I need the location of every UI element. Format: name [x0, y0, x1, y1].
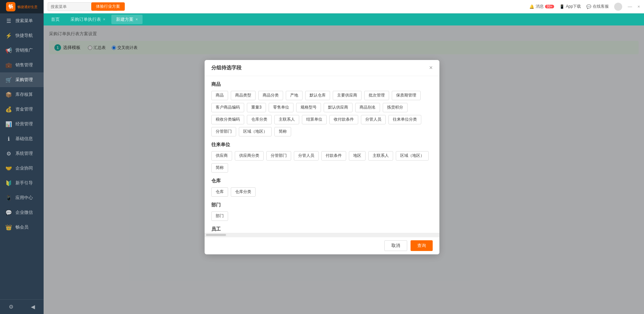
field-tag-区域（地区）[interactable]: 区域（地区）: [396, 151, 429, 161]
sidebar-item-资金管理[interactable]: 💰资金管理: [0, 102, 44, 117]
sidebar-item-搜索菜单[interactable]: ☰搜索菜单: [0, 13, 44, 28]
cancel-button[interactable]: 取消: [384, 240, 407, 251]
field-tag-规格型号[interactable]: 规格型号: [296, 103, 321, 112]
section-往来单位: 往来单位供应商供应商分类分管部门分管人员付款条件地区主联系人区域（地区）简称: [211, 142, 433, 173]
sidebar-item-采购管理[interactable]: 🛒采购管理: [0, 72, 44, 87]
sidebar-item-label: 销售管理: [15, 62, 33, 68]
app-download-label: App下载: [566, 4, 581, 9]
sidebar-item-企业协同[interactable]: 🤝企业协同: [0, 161, 44, 176]
sidebar-item-label: 企业微信: [15, 209, 33, 215]
field-tag-地区[interactable]: 地区: [349, 151, 366, 161]
notification-badge: 99+: [545, 5, 554, 8]
sidebar-icon: 💰: [5, 106, 12, 113]
modal-close-button[interactable]: ×: [429, 64, 433, 71]
collapse-icon[interactable]: ◀: [31, 304, 35, 310]
sidebar-item-新手引导[interactable]: 🔰新手引导: [0, 176, 44, 190]
sidebar-item-库存核算[interactable]: 📦库存核算: [0, 87, 44, 102]
field-tag-分管部门[interactable]: 分管部门: [266, 151, 291, 161]
field-tags: 商品商品类型商品分类产地默认仓库主要供应商批次管理保质期管理客户商品编码重量3零…: [211, 91, 433, 136]
sidebar-item-label: 新手引导: [15, 180, 33, 186]
sidebar-icon: 🤝: [5, 165, 12, 172]
online-service-item[interactable]: 💬 在线客服: [586, 4, 609, 9]
field-tag-简称[interactable]: 简称: [211, 163, 228, 173]
field-tag-仓库[interactable]: 仓库: [211, 187, 228, 197]
field-tag-客户商品编码[interactable]: 客户商品编码: [211, 103, 244, 112]
app-download-item[interactable]: 📱 App下载: [559, 4, 581, 9]
search-input[interactable]: [48, 2, 95, 11]
sidebar-items-container: ☰搜索菜单⚡快捷导航📢营销推广💼销售管理🛒采购管理📦库存核算💰资金管理📊经营管理…: [0, 13, 44, 235]
notification-item[interactable]: 🔔 消息 99+: [529, 4, 554, 9]
sidebar-item-营销推广[interactable]: 📢营销推广: [0, 43, 44, 58]
field-tags: 仓库仓库分类: [211, 187, 433, 197]
sidebar-item-label: 库存核算: [15, 91, 33, 98]
nav-tab-close-icon[interactable]: ×: [103, 17, 105, 22]
nav-tab-close-icon[interactable]: ×: [136, 17, 138, 22]
experience-button[interactable]: 体验行业方案: [91, 2, 125, 11]
hscroll-thumb[interactable]: [206, 234, 226, 236]
nav-tab-0[interactable]: 首页: [46, 15, 64, 24]
nav-tab-2[interactable]: 新建方案×: [111, 15, 143, 24]
field-tag-产地[interactable]: 产地: [286, 91, 303, 100]
sidebar-item-系统管理[interactable]: ⚙系统管理: [0, 146, 44, 161]
nav-tab-label: 首页: [51, 16, 60, 22]
field-tag-主联系人[interactable]: 主联系人: [274, 115, 299, 124]
field-tag-分管部门[interactable]: 分管部门: [211, 127, 236, 136]
field-tag-结算单位[interactable]: 结算单位: [302, 115, 327, 124]
sidebar-item-label: 系统管理: [15, 150, 33, 156]
sidebar-item-畅会员[interactable]: 👑畅会员: [0, 220, 44, 235]
notification-icon: 🔔: [529, 4, 534, 9]
top-right: 🔔 消息 99+ 📱 App下载 💬 在线客服 — ×: [529, 3, 640, 11]
sidebar-icon: 🔰: [5, 180, 12, 186]
field-tag-分管人员[interactable]: 分管人员: [361, 115, 386, 124]
field-tag-仓库分类[interactable]: 仓库分类: [231, 187, 256, 197]
sidebar-item-基础信息[interactable]: ℹ基础信息: [0, 131, 44, 146]
field-tag-重量3[interactable]: 重量3: [247, 103, 266, 112]
field-tag-默认仓库[interactable]: 默认仓库: [305, 91, 330, 100]
modal-field-select: 分组待选字段 × 商品商品商品类型商品分类产地默认仓库主要供应商批次管理保质期管…: [205, 60, 439, 254]
section-title: 部门: [211, 202, 433, 208]
confirm-button[interactable]: 查询: [411, 240, 433, 251]
section-title: 员工: [211, 226, 433, 232]
nav-tab-1[interactable]: 采购订单执行表×: [66, 15, 110, 24]
field-tag-区域（地区）[interactable]: 区域（地区）: [239, 127, 272, 136]
field-tag-部门[interactable]: 部门: [211, 211, 228, 221]
avatar[interactable]: [614, 3, 622, 11]
field-tag-税收分类编码[interactable]: 税收分类编码: [211, 115, 244, 124]
logo-area: ▼ ⚙: [48, 2, 91, 11]
field-tag-仓库分类[interactable]: 仓库分类: [247, 115, 272, 124]
field-tag-分管人员[interactable]: 分管人员: [294, 151, 319, 161]
field-tag-收付款条件[interactable]: 收付款条件: [329, 115, 358, 124]
field-tag-保质期管理[interactable]: 保质期管理: [392, 91, 421, 100]
sidebar-item-应用中心[interactable]: 📱应用中心: [0, 190, 44, 205]
sidebar-item-label: 应用中心: [15, 195, 33, 201]
field-tag-批次管理[interactable]: 批次管理: [364, 91, 389, 100]
window-min-button[interactable]: —: [628, 4, 632, 9]
sidebar-icon: 🛒: [5, 77, 12, 83]
modal-hscroll[interactable]: [205, 233, 439, 237]
field-tag-付款条件[interactable]: 付款条件: [321, 151, 346, 161]
sidebar-item-企业微信[interactable]: 💬企业微信: [0, 205, 44, 220]
sidebar-logo: 畅 畅捷通好生意: [0, 0, 44, 13]
settings-icon[interactable]: ⚙: [9, 304, 13, 310]
field-tag-主联系人[interactable]: 主联系人: [368, 151, 393, 161]
field-tag-主要供应商[interactable]: 主要供应商: [333, 91, 362, 100]
section-title: 往来单位: [211, 142, 433, 148]
section-部门: 部门部门: [211, 202, 433, 221]
sidebar-item-经营管理[interactable]: 📊经营管理: [0, 117, 44, 131]
field-tag-商品别名[interactable]: 商品别名: [355, 103, 380, 112]
field-tag-供应商分类[interactable]: 供应商分类: [235, 151, 264, 161]
sidebar-item-销售管理[interactable]: 💼销售管理: [0, 58, 44, 72]
sidebar-icon: 💬: [5, 209, 12, 216]
field-tag-拣货积分[interactable]: 拣货积分: [383, 103, 408, 112]
field-tag-简称[interactable]: 简称: [274, 127, 291, 136]
field-tag-零售单位[interactable]: 零售单位: [269, 103, 293, 112]
field-tag-商品分类[interactable]: 商品分类: [258, 91, 283, 100]
field-tag-商品[interactable]: 商品: [211, 91, 228, 100]
window-close-button[interactable]: ×: [637, 4, 640, 9]
field-tag-供应商[interactable]: 供应商: [211, 151, 232, 161]
modal-header: 分组待选字段 ×: [205, 60, 439, 76]
field-tag-默认供应商[interactable]: 默认供应商: [324, 103, 353, 112]
field-tag-往来单位分类[interactable]: 往来单位分类: [388, 115, 421, 124]
field-tag-商品类型[interactable]: 商品类型: [231, 91, 256, 100]
sidebar-item-快捷导航[interactable]: ⚡快捷导航: [0, 28, 44, 43]
